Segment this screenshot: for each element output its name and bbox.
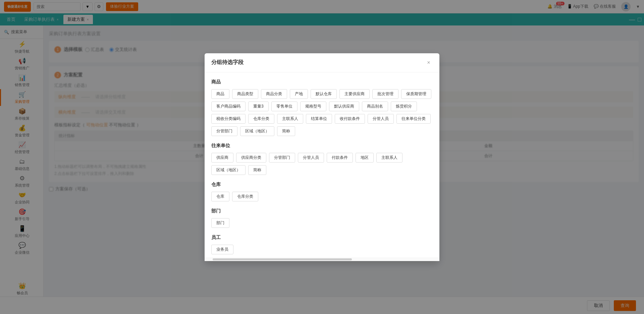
modal-body: 商品商品商品类型商品分类产地默认仓库主要供应商批次管理保质期管理客户商品编码重量… [205, 72, 439, 258]
field-tags-3: 部门 [211, 218, 433, 228]
field-tag-0-20[interactable]: 分管人员 [368, 114, 394, 124]
field-tag-0-19[interactable]: 收付款条件 [335, 114, 365, 124]
field-group-title-0: 商品 [211, 79, 433, 85]
field-group-title-4: 员工 [211, 235, 433, 241]
modal-horizontal-scrollbar[interactable] [205, 258, 439, 261]
field-group-2: 仓库仓库仓库分类 [211, 182, 433, 201]
field-tag-1-0[interactable]: 供应商 [211, 153, 233, 163]
field-tag-0-6[interactable]: 批次管理 [372, 89, 398, 99]
field-tag-0-21[interactable]: 往来单位分类 [396, 114, 431, 124]
field-tags-0: 商品商品类型商品分类产地默认仓库主要供应商批次管理保质期管理客户商品编码重量3零… [211, 89, 433, 136]
field-group-title-2: 仓库 [211, 182, 433, 188]
field-tag-0-16[interactable]: 仓库分类 [248, 114, 274, 124]
field-tags-1: 供应商供应商分类分管部门分管人员付款条件地区主联系人区域（地区）简称 [211, 153, 433, 175]
modal-close-button[interactable]: × [425, 59, 433, 67]
field-tag-0-7[interactable]: 保质期管理 [401, 89, 431, 99]
field-group-title-1: 往来单位 [211, 143, 433, 149]
field-tag-0-24[interactable]: 简称 [277, 126, 295, 136]
field-group-4: 员工业务员 [211, 235, 433, 254]
field-tag-0-0[interactable]: 商品 [211, 89, 229, 99]
field-tag-0-3[interactable]: 产地 [290, 89, 308, 99]
field-tag-0-15[interactable]: 税收分类编码 [211, 114, 246, 124]
field-tags-2: 仓库仓库分类 [211, 192, 433, 201]
field-tag-1-8[interactable]: 简称 [248, 165, 266, 175]
field-tag-0-8[interactable]: 客户商品编码 [211, 102, 246, 111]
modal-header: 分组待选字段 × [205, 53, 439, 72]
field-group-title-3: 部门 [211, 208, 433, 214]
field-tag-0-9[interactable]: 重量3 [248, 102, 269, 111]
field-tag-0-14[interactable]: 炼货积分 [391, 102, 417, 111]
field-tag-0-5[interactable]: 主要供应商 [339, 89, 370, 99]
field-tag-1-1[interactable]: 供应商分类 [236, 153, 266, 163]
field-group-1: 往来单位供应商供应商分类分管部门分管人员付款条件地区主联系人区域（地区）简称 [211, 143, 433, 175]
modal-title: 分组待选字段 [211, 59, 244, 66]
field-tag-1-6[interactable]: 主联系人 [376, 153, 402, 163]
field-tag-0-13[interactable]: 商品别名 [362, 102, 388, 111]
field-tag-1-5[interactable]: 地区 [356, 153, 374, 163]
field-tag-2-0[interactable]: 仓库 [211, 192, 229, 201]
field-tag-0-18[interactable]: 结算单位 [306, 114, 332, 124]
field-tag-0-11[interactable]: 规格型号 [300, 102, 326, 111]
field-tag-1-7[interactable]: 区域（地区） [211, 165, 246, 175]
modal-overlay: 分组待选字段 × 商品商品商品类型商品分类产地默认仓库主要供应商批次管理保质期管… [0, 0, 644, 314]
field-tag-0-4[interactable]: 默认仓库 [311, 89, 337, 99]
field-tag-0-12[interactable]: 默认供应商 [329, 102, 359, 111]
field-tags-4: 业务员 [211, 245, 433, 254]
field-group-0: 商品商品商品类型商品分类产地默认仓库主要供应商批次管理保质期管理客户商品编码重量… [211, 79, 433, 136]
field-tag-1-2[interactable]: 分管部门 [269, 153, 295, 163]
field-tag-0-1[interactable]: 商品类型 [232, 89, 258, 99]
field-tag-0-10[interactable]: 零售单位 [271, 102, 298, 111]
field-tag-0-23[interactable]: 区域（地区） [240, 126, 274, 136]
field-selection-modal: 分组待选字段 × 商品商品商品类型商品分类产地默认仓库主要供应商批次管理保质期管… [205, 53, 439, 261]
field-tag-0-2[interactable]: 商品分类 [261, 89, 287, 99]
hscroll-thumb[interactable] [213, 258, 352, 260]
field-tag-0-22[interactable]: 分管部门 [211, 126, 237, 136]
field-group-3: 部门部门 [211, 208, 433, 228]
field-tag-3-0[interactable]: 部门 [211, 218, 229, 228]
field-tag-0-17[interactable]: 主联系人 [277, 114, 303, 124]
field-tag-4-0[interactable]: 业务员 [211, 245, 233, 254]
field-tag-1-4[interactable]: 付款条件 [327, 153, 353, 163]
field-tag-2-1[interactable]: 仓库分类 [232, 192, 258, 201]
field-tag-1-3[interactable]: 分管人员 [298, 153, 324, 163]
